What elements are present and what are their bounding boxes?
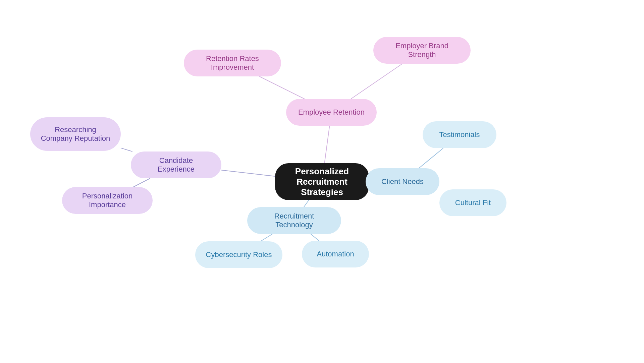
center-node[interactable]: Personalized Recruitment Strategies: [275, 163, 369, 200]
node-label-personalization: Personalization Importance: [71, 192, 143, 209]
node-candidate-experience[interactable]: Candidate Experience: [131, 152, 221, 178]
node-client-needs[interactable]: Client Needs: [366, 168, 439, 195]
svg-line-7: [261, 234, 273, 241]
node-testimonials[interactable]: Testimonials: [423, 121, 496, 148]
svg-line-8: [311, 234, 319, 241]
node-label-testimonials: Testimonials: [439, 130, 480, 139]
node-cybersecurity-roles[interactable]: Cybersecurity Roles: [195, 241, 282, 268]
svg-line-1: [259, 76, 304, 99]
center-label: Personalized Recruitment Strategies: [284, 166, 360, 197]
node-cultural-fit[interactable]: Cultural Fit: [439, 189, 506, 216]
svg-line-0: [324, 126, 329, 163]
node-label-client-needs: Client Needs: [381, 177, 424, 186]
node-employer-brand[interactable]: Employer Brand Strength: [373, 37, 471, 64]
node-label-recruitment-technology: Recruitment Technology: [257, 212, 332, 229]
svg-line-4: [121, 148, 132, 152]
node-label-cultural-fit: Cultural Fit: [455, 198, 491, 207]
node-personalization[interactable]: Personalization Importance: [62, 187, 153, 214]
svg-line-2: [351, 64, 402, 99]
node-label-automation: Automation: [317, 250, 354, 258]
svg-line-10: [419, 148, 443, 168]
node-recruitment-technology[interactable]: Recruitment Technology: [247, 207, 341, 234]
svg-line-5: [133, 178, 150, 187]
node-label-candidate-experience: Candidate Experience: [140, 156, 212, 174]
node-automation[interactable]: Automation: [302, 241, 369, 267]
node-label-employer-brand: Employer Brand Strength: [383, 42, 461, 59]
node-label-employee-retention: Employee Retention: [298, 108, 365, 117]
node-employee-retention[interactable]: Employee Retention: [286, 99, 377, 126]
svg-line-3: [221, 170, 275, 176]
svg-line-6: [304, 200, 309, 207]
node-label-researching-company: Researching Company Reputation: [40, 125, 111, 143]
node-researching-company[interactable]: Researching Company Reputation: [30, 117, 121, 151]
node-retention-rates[interactable]: Retention Rates Improvement: [184, 50, 281, 76]
node-label-cybersecurity-roles: Cybersecurity Roles: [206, 250, 272, 259]
node-label-retention-rates: Retention Rates Improvement: [193, 54, 272, 72]
mind-map: Personalized Recruitment Strategies Empl…: [0, 0, 644, 363]
